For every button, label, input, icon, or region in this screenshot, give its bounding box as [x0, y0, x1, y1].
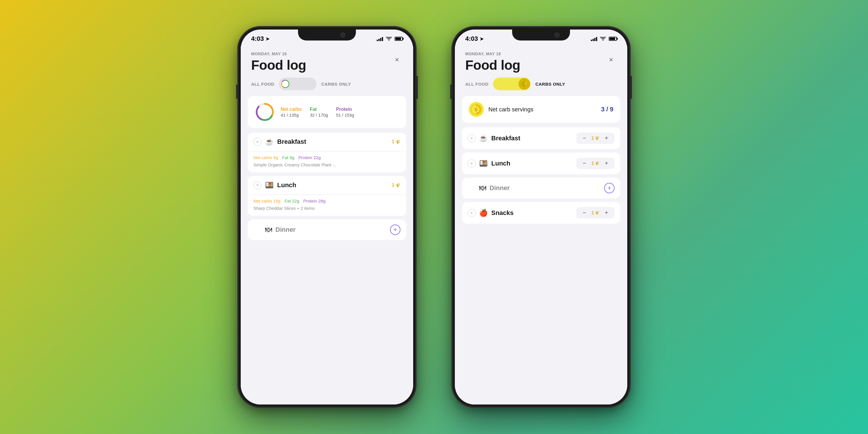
svg-point-0 [389, 40, 390, 41]
header-text-2: MONDAY, MAY 16 Food log [465, 52, 520, 73]
lunch-controls-2: − 1 🌾 + [576, 158, 615, 169]
toggle-section-1: ALL FOOD CARBS ONLY [241, 78, 413, 96]
remove-lunch-btn-2[interactable]: × [468, 159, 476, 167]
add-dinner-btn-2[interactable]: + [604, 183, 615, 193]
dinner-name-2: Dinner [490, 184, 601, 192]
lunch-food-name-1: Sharp Cheddar Slices + 2 items [253, 206, 400, 211]
macro-carbs-1: Net carbs 41 / 135g [281, 107, 302, 118]
breakfast-name-1: Breakfast [277, 138, 388, 146]
breakfast-controls-2: − 1 🌾 + [576, 132, 615, 144]
breakfast-food-name-1: Simple Organic Creamy Chocolate Plant ..… [253, 162, 400, 167]
toggle-switch-2[interactable]: 🌾 [493, 78, 531, 90]
breakfast-macros-1: Net carbs 9g Fat 9g Protein 22g [253, 152, 400, 162]
breakfast-icon-1: ☕ [265, 138, 274, 146]
notch-1 [298, 30, 356, 40]
remove-breakfast-btn-1[interactable]: × [253, 138, 261, 146]
remove-breakfast-btn-2[interactable]: × [468, 134, 476, 142]
macro-carbs-value-1: 41 / 135g [281, 113, 302, 118]
breakfast-details-1: Net carbs 9g Fat 9g Protein 22g Simple O… [248, 151, 406, 173]
meal-header-snacks-2: × 🍎 Snacks − 1 🌾 + [462, 202, 620, 224]
meal-card-lunch-1: × 🍱 Lunch 1 🌾 Net carbs 19g Fat 22g [248, 176, 406, 216]
wheat-knob-icon: 🌾 [521, 81, 528, 87]
time-display-2: 4:03 [465, 35, 478, 42]
toggle-ring-icon [280, 79, 291, 89]
toggle-carbs-only-label-1: CARBS ONLY [321, 82, 351, 87]
toggle-knob-2: 🌾 [519, 78, 530, 90]
meal-header-lunch-2: × 🍱 Lunch − 1 🌾 + [462, 153, 620, 174]
status-time-1: 4:03 ➤ [251, 35, 269, 42]
breakfast-name-2: Breakfast [491, 134, 573, 142]
date-label-1: MONDAY, MAY 16 [251, 52, 306, 56]
lunch-plus-2[interactable]: + [603, 160, 610, 167]
macro-fat-value-1: 32 / 170g [310, 113, 328, 118]
date-label-2: MONDAY, MAY 16 [465, 52, 520, 56]
dinner-name-1: Dinner [275, 226, 386, 234]
svg-point-1 [281, 79, 290, 89]
macro-protein-label-1: Protein [336, 107, 354, 112]
meal-card-dinner-1: 🍽 Dinner + [248, 219, 406, 240]
meal-header-breakfast-1: × ☕ Breakfast 1 🌾 [248, 132, 406, 151]
signal-bars-2 [591, 36, 597, 41]
lunch-count-2: 1 🌾 [591, 161, 599, 166]
meal-card-dinner-2: 🍽 Dinner + [462, 178, 620, 198]
phone-screen-2: 4:03 ➤ [455, 30, 627, 404]
macros-data-1: Net carbs 41 / 135g Fat 32 / 170g Protei… [281, 107, 399, 118]
macros-ring-1 [255, 102, 275, 122]
battery-icon-1 [395, 37, 403, 41]
toggle-carbs-only-label-2: CARBS ONLY [535, 82, 565, 87]
meal-card-breakfast-2: × ☕ Breakfast − 1 🌾 + [462, 127, 620, 149]
remove-lunch-btn-1[interactable]: × [253, 181, 261, 189]
meal-header-lunch-1: × 🍱 Lunch 1 🌾 [248, 176, 406, 194]
macro-fat-1: Fat 32 / 170g [310, 107, 328, 118]
wifi-icon-2 [600, 37, 606, 41]
lunch-icon-2: 🍱 [479, 159, 488, 167]
notch-2 [512, 30, 570, 40]
macro-protein-1: Protein 51 / 153g [336, 107, 354, 118]
lunch-fat-1: Fat 22g [284, 198, 299, 204]
breakfast-plus-2[interactable]: + [603, 135, 610, 142]
meal-header-dinner-1: 🍽 Dinner + [248, 219, 406, 240]
signal-bars-1 [377, 36, 383, 41]
lunch-details-1: Net carbs 19g Fat 22g Protein 28g Sharp … [248, 195, 406, 216]
toggle-switch-1[interactable] [279, 78, 316, 90]
netcarb-label-2: Net carb servings [488, 106, 596, 113]
toggle-section-2: ALL FOOD 🌾 CARBS ONLY [455, 78, 627, 96]
close-button-2[interactable]: × [605, 54, 617, 65]
meals-container-1: × ☕ Breakfast 1 🌾 Net carbs 9g Fat 9g [241, 132, 413, 240]
status-time-2: 4:03 ➤ [465, 35, 484, 42]
battery-icon-2 [609, 37, 617, 41]
snacks-plus-2[interactable]: + [603, 210, 610, 216]
netcarb-card-2: 🌾 Net carb servings 3 / 9 [462, 96, 620, 123]
lunch-servings-1: 1 🌾 [392, 183, 400, 188]
meal-header-dinner-2: 🍽 Dinner + [462, 178, 620, 198]
breakfast-protein-1: Protein 22g [299, 155, 321, 160]
macros-card-1: Net carbs 41 / 135g Fat 32 / 170g Protei… [248, 96, 406, 128]
remove-snacks-btn-2[interactable]: × [468, 209, 476, 217]
breakfast-count-2: 1 🌾 [591, 136, 599, 141]
lunch-name-2: Lunch [491, 160, 573, 167]
toggle-knob-1 [279, 78, 291, 90]
breakfast-servings-1: 1 🌾 [392, 139, 400, 144]
add-dinner-btn-1[interactable]: + [390, 224, 400, 235]
toggle-all-food-label-1: ALL FOOD [251, 82, 274, 87]
app-content-1: MONDAY, MAY 16 Food log × ALL FOOD [241, 46, 413, 404]
close-button-1[interactable]: × [391, 54, 403, 65]
page-title-1: Food log [251, 57, 306, 73]
svg-text:🌾: 🌾 [474, 107, 479, 112]
page-title-2: Food log [465, 57, 520, 73]
location-arrow-2: ➤ [480, 36, 484, 42]
app-content-2: MONDAY, MAY 16 Food log × ALL FOOD 🌾 CAR… [455, 46, 627, 404]
status-icons-2 [591, 36, 617, 41]
lunch-minus-2[interactable]: − [581, 160, 588, 167]
phone-1: 4:03 ➤ [237, 26, 416, 408]
breakfast-minus-2[interactable]: − [581, 135, 588, 142]
dinner-icon-1: 🍽 [265, 226, 272, 234]
time-display-1: 4:03 [251, 35, 264, 42]
netcarb-icon-2: 🌾 [469, 102, 484, 117]
header-1: MONDAY, MAY 16 Food log × [241, 46, 413, 78]
snacks-minus-2[interactable]: − [581, 210, 588, 216]
macro-protein-value-1: 51 / 153g [336, 113, 354, 118]
location-arrow-1: ➤ [266, 36, 269, 42]
wifi-icon-1 [386, 37, 392, 41]
netcarb-value-2: 3 / 9 [601, 105, 613, 113]
